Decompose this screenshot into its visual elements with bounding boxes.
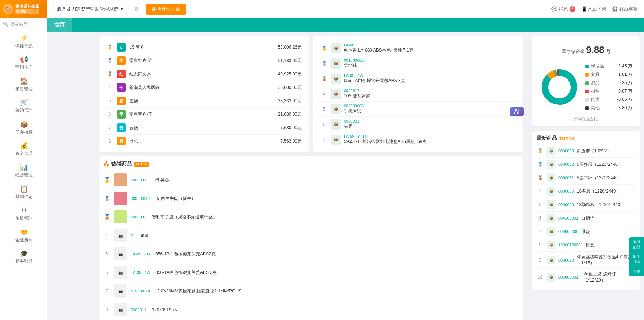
operations-label: 经营管理 (15, 172, 33, 177)
marketing-icon: 📢 (20, 56, 28, 63)
rank-number: 🥈 (106, 58, 113, 63)
sidebar-item-inventory[interactable]: 📦 库存核算 (0, 117, 47, 138)
new-rank-num: 5 (537, 202, 544, 207)
ai-badge[interactable]: Ai (510, 107, 524, 116)
new-code: 0000032 (558, 162, 574, 167)
hot-code: LA-056-1B (131, 252, 150, 256)
legend-item: 半成品 12.45 万 (585, 62, 632, 70)
left-panel (47, 32, 94, 320)
hot-thumb: 📷 (114, 247, 127, 260)
sidebar-nav: ⚡ 快捷导航 📢 营销推广 🏠 销售管理 🛒 采购管理 📦 库存核算 💰 资金管… (0, 30, 47, 320)
logo-name: 畅捷通好生意 (15, 4, 39, 9)
prod-thumb: 📦 (331, 104, 341, 114)
new-product-item: 8 📦 10000100001 原盔 (537, 238, 635, 252)
sales-label: 销售管理 (15, 86, 33, 91)
rank-number: 🥇 (106, 45, 113, 50)
new-thumb: 📦 (547, 160, 555, 169)
main-area: 装备及固定资产辅助管理系统 ▾ ⚙ 体验行业方案 💬 消息 6 📱 App下载 … (47, 0, 644, 320)
system-selector[interactable]: 装备及固定资产辅助管理系统 ▾ (53, 4, 127, 14)
center-panel: 🥇 L LS 客户 53,006.26元 🥈 零 零售客户-许 51,183.0… (94, 32, 528, 320)
legend-name: 半成品 (591, 63, 614, 69)
rank-number: 🥉 (106, 71, 113, 77)
notification-button[interactable]: 💬 消息 6 (551, 6, 575, 12)
legend-dot (585, 81, 589, 85)
customer-rank-item: 7 云 云扬 7,680.00元 (103, 121, 305, 135)
svg-point-6 (549, 77, 570, 97)
legend-item: 成品 0.25 万 (585, 79, 632, 87)
float-btn-community[interactable]: 服务社区 (629, 252, 644, 267)
new-name: 18多层（1220*2440） (577, 188, 620, 194)
new-info: 0000033 封边带（1.0*22） (558, 148, 635, 154)
hot-product-item: 4 📷 01 45# (103, 226, 519, 245)
customer-value: 40,925.00元 (278, 71, 302, 77)
new-code: 0000033 (558, 149, 574, 153)
sidebar-item-system[interactable]: ⚙ 系统管理 (0, 203, 47, 224)
new-thumb: 📦 (547, 173, 555, 182)
new-product-item: 🥇 📦 0000033 封边带（1.0*22） (537, 144, 635, 158)
system-label: 系统管理 (15, 216, 33, 221)
hot-info: NB2.0X30B 2.0X30MM双搓花轴,搓花直径2.1MM/ROHS (131, 288, 519, 294)
search-label: 搜索菜单 (10, 21, 27, 27)
float-btn-live[interactable]: 直播 (629, 267, 644, 276)
enterprise-icon: 🤝 (20, 228, 28, 236)
hot-product-item: 🥉 0000002 智利车子里（规格不知道填什么） (103, 208, 519, 226)
settings-button[interactable]: ⚙ (131, 4, 142, 14)
hot-product-item: 🥈 000500001 新西兰牛肉（新牛） (103, 189, 519, 208)
sidebar-item-purchase[interactable]: 🛒 采购管理 (0, 95, 47, 116)
float-btn-service[interactable]: 客服热线 (629, 237, 644, 252)
new-name: 5层多层（1220*2440） (577, 161, 622, 168)
new-thumb: 📦 (547, 187, 555, 196)
app-download-button[interactable]: 📱 App下载 (581, 6, 606, 12)
prod-thumb: 📦 (331, 119, 341, 130)
hot-rank-num: 🥉 (103, 214, 110, 220)
hot-thumb: 📷 (114, 266, 127, 279)
search-menu-item[interactable]: 🔍 搜索菜单 (0, 18, 47, 30)
product-rank-item: 🥇 📦 LA-089 电池盖 LA-089 ABS本色+黑种 7.1克 (318, 41, 519, 56)
hot-info: LA-056-1A 056-1A白色按键开关盖ABS 3克 (131, 270, 519, 276)
system-selector-label: 装备及固定资产辅助管理系统 (57, 6, 118, 12)
customer-value: 21,680.00元 (278, 111, 302, 118)
trial-button[interactable]: 体验行业方案 (146, 4, 186, 15)
product-scroll[interactable]: 🥇 📦 LA-089 电池盖 LA-089 ABS本色+黑种 7.1克 🥈 📦 … (318, 41, 519, 147)
sidebar-item-quick-nav[interactable]: ⚡ 快捷导航 (0, 30, 47, 52)
logo-icon: 🐎 (3, 4, 13, 14)
legend-value: 12.45 万 (616, 63, 632, 69)
legend-name: 文具 (591, 71, 616, 78)
hot-name: 056-1B白色按键开关壳ABS2克 (155, 251, 215, 257)
prod-info: 0000021 夹壳 (344, 119, 516, 130)
prod-code: LA-089 (344, 43, 516, 47)
sidebar-item-base[interactable]: 📋 基础信息 (0, 181, 47, 203)
new-info: 0000032 5层多层（1220*2440） (558, 161, 635, 168)
prod-name: 10S 变刮罗浆 (344, 93, 516, 99)
customer-avatar: 云 (117, 123, 126, 132)
fire-icon: 🔥 (103, 161, 109, 167)
sidebar-item-sales[interactable]: 🏠 销售管理 (0, 74, 47, 95)
prod-code: LA-056-1A (344, 73, 516, 78)
new-code: 000800008 (558, 229, 578, 234)
product-top-card: 🥇 📦 LA-089 电池盖 LA-089 ABS本色+黑种 7.1克 🥈 📦 … (313, 36, 523, 152)
customer-name: 苍南县人民医院 (129, 85, 274, 91)
sidebar-item-operations[interactable]: 📊 经营管理 (0, 160, 47, 181)
online-service-button[interactable]: 🎧 在线客服 (612, 6, 638, 12)
prod-name: 手机测试 (344, 108, 516, 114)
rank-number: 4 (106, 85, 113, 90)
legend-item: 肉类 -0.05 万 (585, 95, 632, 104)
hot-name: 2.0X30MM双搓花轴,搓花直径2.1MM/ROHS (157, 288, 241, 294)
new-thumb: 📦 (547, 273, 555, 282)
hot-product-item: 6 📷 LA-056-1A 056-1A白色按键开关盖ABS 3克 (103, 263, 519, 282)
new-thumb: 📦 (547, 227, 555, 236)
hot-thumb (114, 192, 127, 205)
content: 🥇 L LS 客户 53,006.26元 🥈 零 零售客户-许 51,183.0… (47, 32, 644, 320)
sidebar-item-finance[interactable]: 💰 资金管理 (0, 138, 47, 160)
rank-number: 8 (106, 139, 113, 144)
base-label: 基础信息 (15, 194, 33, 199)
hot-name: 新西兰牛肉（新牛） (156, 196, 196, 201)
sidebar-item-enterprise[interactable]: 🤝 企业协同 (0, 225, 47, 246)
tab-home[interactable]: 首页 (47, 18, 72, 32)
sidebar-item-guide[interactable]: 🎓 新手引导 (0, 246, 47, 267)
customer-avatar: L (117, 43, 126, 52)
hot-product-item: 5 📷 LA-056-1B 056-1B白色按键开关壳ABS2克 (103, 245, 519, 263)
hot-rank-num: 7 (103, 288, 110, 294)
legend-dot (585, 90, 589, 93)
sidebar-item-marketing[interactable]: 📢 营销推广 (0, 52, 47, 73)
